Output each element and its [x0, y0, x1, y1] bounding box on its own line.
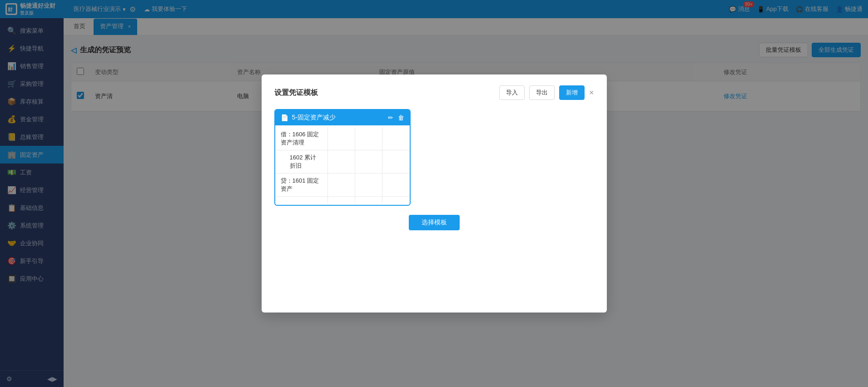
template-card: 📄 5-固定资产减少 ✏ 🗑 借：1606 固定资产清理	[274, 109, 411, 206]
template-name: 5-固定资产减少	[292, 114, 336, 122]
entry-col3-1	[355, 127, 382, 150]
entry-col2-3	[328, 174, 355, 197]
entry-type-3: 贷：1601 固定资产	[275, 174, 328, 197]
entry-col3-2	[355, 150, 382, 174]
modal-title: 设置凭证模板	[274, 88, 318, 98]
modal-actions: 导入 导出 新增	[499, 85, 585, 100]
entry-col4-4	[382, 197, 410, 203]
select-template-button[interactable]: 选择模板	[409, 215, 460, 230]
new-button[interactable]: 新增	[559, 85, 585, 100]
template-entry-row: 1602 累计折旧	[275, 150, 410, 174]
template-doc-icon: 📄	[281, 114, 288, 121]
entry-col3-4	[355, 197, 382, 203]
set-template-modal: 设置凭证模板 导入 导出 新增 × 📄 5-固定资产减少 ✏ 🗑	[262, 74, 607, 313]
modal-header: 设置凭证模板 导入 导出 新增 ×	[274, 85, 594, 100]
entry-col4-3	[382, 174, 410, 197]
entry-type-4	[275, 197, 328, 203]
template-entry-row: 贷：1601 固定资产	[275, 174, 410, 197]
entry-col4-1	[382, 127, 410, 150]
entry-col2-2	[328, 150, 355, 174]
entry-col2-4	[328, 197, 355, 203]
modal-body: 📄 5-固定资产减少 ✏ 🗑 借：1606 固定资产清理	[274, 109, 594, 300]
entry-col2-1	[328, 127, 355, 150]
entry-col3-3	[355, 174, 382, 197]
template-card-header: 📄 5-固定资产减少 ✏ 🗑	[275, 110, 410, 125]
template-card-body: 借：1606 固定资产清理 1602 累计折旧 贷：1601	[275, 125, 410, 205]
template-entries-table: 借：1606 固定资产清理 1602 累计折旧 贷：1601	[275, 127, 410, 203]
modal-close-button[interactable]: ×	[589, 88, 594, 98]
entry-type-2: 1602 累计折旧	[275, 150, 328, 174]
delete-template-icon[interactable]: 🗑	[398, 114, 404, 121]
edit-template-icon[interactable]: ✏	[388, 114, 393, 121]
template-card-title: 📄 5-固定资产减少	[281, 114, 336, 122]
template-card-actions: ✏ 🗑	[388, 114, 404, 121]
template-entry-row	[275, 197, 410, 203]
import-button[interactable]: 导入	[499, 85, 525, 100]
template-entry-row: 借：1606 固定资产清理	[275, 127, 410, 150]
entry-type-1: 借：1606 固定资产清理	[275, 127, 328, 150]
export-button[interactable]: 导出	[529, 85, 555, 100]
entry-col4-2	[382, 150, 410, 174]
